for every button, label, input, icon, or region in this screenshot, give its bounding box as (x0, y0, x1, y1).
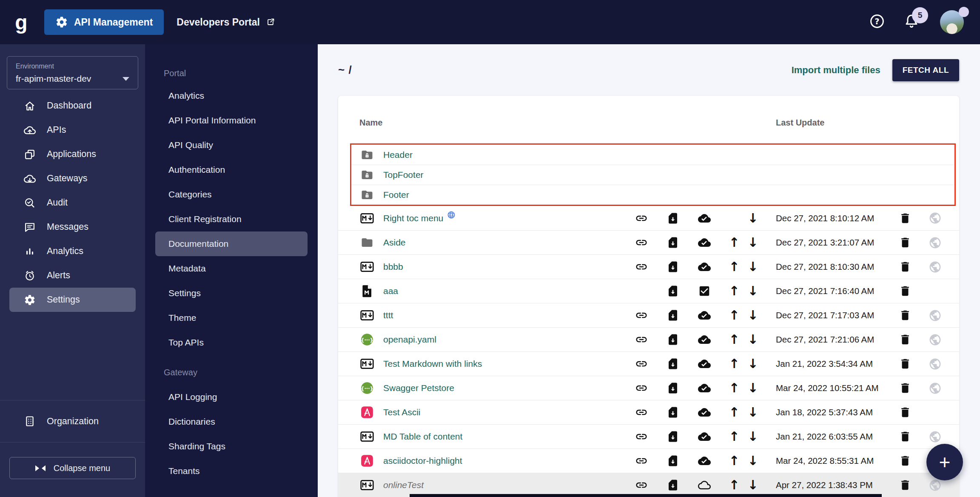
publish-status-button[interactable] (694, 236, 715, 249)
subsidebar-item-sharding-tags[interactable]: Sharding Tags (155, 434, 308, 459)
import-file-button[interactable] (663, 285, 683, 297)
subsidebar-item-categories[interactable]: Categories (155, 182, 308, 207)
import-file-button[interactable] (663, 454, 683, 467)
subsidebar-item-authentication[interactable]: Authentication (155, 157, 308, 182)
copy-link-button[interactable] (631, 406, 652, 419)
subsidebar-item-api-quality[interactable]: API Quality (155, 133, 308, 157)
sidebar-item-analytics[interactable]: Analytics (9, 239, 136, 263)
public-toggle[interactable] (925, 260, 945, 274)
move-up-button[interactable]: ↑ (728, 382, 740, 394)
move-down-button[interactable]: ↓ (747, 260, 759, 273)
public-toggle[interactable] (925, 430, 945, 443)
delete-button[interactable] (895, 309, 915, 322)
move-down-button[interactable]: ↓ (747, 454, 759, 467)
page-name-link[interactable]: Test Markdown with links (383, 359, 482, 369)
copy-link-button[interactable] (631, 260, 652, 273)
page-name-link[interactable]: Test Ascii (383, 407, 421, 417)
move-up-button[interactable]: ↑ (728, 236, 740, 249)
user-menu-button[interactable] (940, 10, 964, 34)
move-down-button[interactable]: ↓ (747, 479, 759, 491)
sidebar-item-applications[interactable]: Applications (9, 142, 136, 166)
move-up-button[interactable]: ↑ (728, 430, 740, 443)
subsidebar-item-analytics[interactable]: Analytics (155, 83, 308, 108)
copy-link-button[interactable] (631, 357, 652, 370)
fetch-all-button[interactable]: FETCH ALL (892, 59, 959, 81)
import-file-button[interactable] (663, 236, 683, 249)
import-file-button[interactable] (663, 430, 683, 443)
import-file-button[interactable] (663, 212, 683, 225)
import-multiple-files-link[interactable]: Import multiple files (792, 65, 880, 76)
notifications-button[interactable]: 5 (903, 13, 920, 31)
subsidebar-item-tenants[interactable]: Tenants (155, 459, 308, 483)
move-up-button[interactable]: ↑ (728, 357, 740, 370)
page-name-link[interactable]: Footer (383, 190, 409, 200)
move-down-button[interactable]: ↓ (747, 236, 759, 249)
move-down-button[interactable]: ↓ (747, 212, 759, 225)
delete-button[interactable] (895, 406, 915, 419)
publish-status-button[interactable] (694, 479, 715, 491)
publish-status-button[interactable] (694, 357, 715, 370)
publish-status-button[interactable] (694, 285, 715, 297)
sidebar-item-messages[interactable]: Messages (9, 215, 136, 239)
publish-status-button[interactable] (694, 212, 715, 225)
publish-status-button[interactable] (694, 406, 715, 419)
page-name-link[interactable]: MD Table of content (383, 431, 462, 442)
move-up-button[interactable]: ↑ (728, 309, 740, 322)
delete-button[interactable] (895, 454, 915, 467)
subsidebar-item-settings[interactable]: Settings (155, 281, 308, 306)
move-up-button[interactable]: ↑ (728, 479, 740, 491)
public-toggle[interactable] (925, 333, 945, 346)
public-toggle[interactable] (925, 357, 945, 371)
move-down-button[interactable]: ↓ (747, 333, 759, 346)
delete-button[interactable] (895, 285, 915, 297)
public-toggle[interactable] (925, 236, 945, 249)
environment-selector[interactable]: Environment fr-apim-master-dev (7, 56, 138, 89)
subsidebar-item-metadata[interactable]: Metadata (155, 256, 308, 281)
publish-status-button[interactable] (694, 382, 715, 394)
page-name-link[interactable]: Swagger Petstore (383, 383, 454, 393)
import-file-button[interactable] (663, 333, 683, 346)
delete-button[interactable] (895, 357, 915, 370)
delete-button[interactable] (895, 430, 915, 443)
api-management-button[interactable]: API Management (44, 9, 164, 35)
help-button[interactable] (869, 14, 885, 31)
page-name-link[interactable]: aaa (383, 286, 398, 296)
copy-link-button[interactable] (631, 236, 652, 249)
page-name-link[interactable]: Aside (383, 237, 406, 248)
collapse-menu-button[interactable]: Collapse menu (9, 457, 136, 479)
subsidebar-item-api-portal-information[interactable]: API Portal Information (155, 108, 308, 133)
sidebar-item-organization[interactable]: Organization (0, 400, 145, 442)
sidebar-item-apis[interactable]: APIs (9, 118, 136, 142)
copy-link-button[interactable] (631, 382, 652, 394)
move-down-button[interactable]: ↓ (747, 430, 759, 443)
sidebar-item-gateways[interactable]: Gateways (9, 166, 136, 191)
publish-status-button[interactable] (694, 333, 715, 346)
import-file-button[interactable] (663, 357, 683, 370)
copy-link-button[interactable] (631, 479, 652, 491)
page-name-link[interactable]: bbbb (383, 262, 403, 272)
sidebar-item-audit[interactable]: Audit (9, 191, 136, 215)
public-toggle[interactable] (925, 309, 945, 322)
move-up-button[interactable]: ↑ (728, 285, 740, 297)
page-name-link[interactable]: onlineTest (383, 480, 424, 490)
public-toggle[interactable] (925, 479, 945, 492)
copy-link-button[interactable] (631, 333, 652, 346)
subsidebar-item-dictionaries[interactable]: Dictionaries (155, 409, 308, 434)
page-name-link[interactable]: TopFooter (383, 170, 424, 180)
import-file-button[interactable] (663, 479, 683, 491)
public-toggle[interactable] (925, 382, 945, 395)
public-toggle[interactable] (925, 211, 945, 225)
move-up-button[interactable]: ↑ (728, 333, 740, 346)
import-file-button[interactable] (663, 309, 683, 322)
publish-status-button[interactable] (694, 260, 715, 273)
page-name-link[interactable]: openapi.yaml (383, 334, 436, 345)
move-up-button[interactable]: ↑ (728, 454, 740, 467)
move-down-button[interactable]: ↓ (747, 285, 759, 297)
copy-link-button[interactable] (631, 430, 652, 443)
copy-link-button[interactable] (631, 454, 652, 467)
sidebar-item-settings[interactable]: Settings (9, 288, 136, 312)
import-file-button[interactable] (663, 406, 683, 419)
publish-status-button[interactable] (694, 454, 715, 467)
delete-button[interactable] (895, 260, 915, 273)
subsidebar-item-api-logging[interactable]: API Logging (155, 385, 308, 409)
